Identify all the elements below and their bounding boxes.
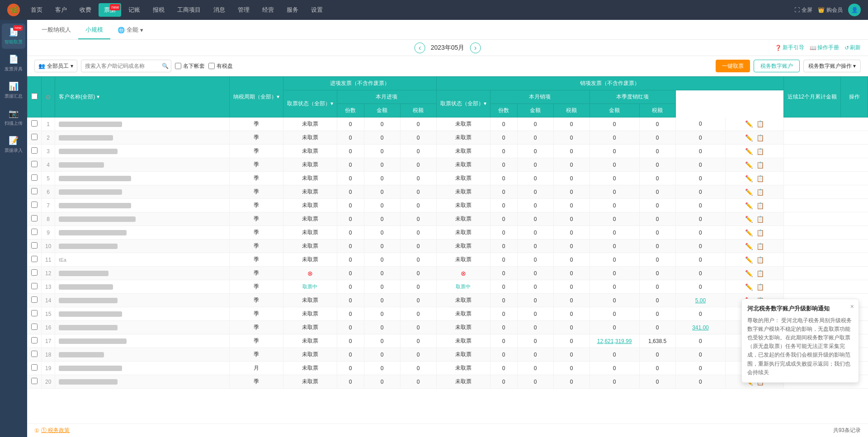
edit-btn[interactable]: ✏️: [745, 243, 753, 250]
own-account-checkbox[interactable]: [175, 63, 181, 69]
copy-btn[interactable]: 📋: [756, 216, 764, 223]
digital-operations-btn[interactable]: 税务数字账户操作 ▾: [803, 60, 861, 72]
edit-btn[interactable]: ✏️: [745, 256, 753, 263]
search-input[interactable]: [81, 60, 171, 72]
nav-settings[interactable]: 设置: [306, 3, 328, 17]
nav-fee[interactable]: 收费: [74, 3, 97, 17]
sidebar-item-scan[interactable]: 📷 扫描上传: [2, 105, 25, 130]
sidebar-item-smart-invoice[interactable]: 🧾 智能取票 new: [2, 23, 25, 49]
tab-small[interactable]: 小规模: [78, 21, 110, 39]
row-checkbox[interactable]: [31, 269, 38, 276]
nav-invoice[interactable]: 票据 new: [99, 3, 121, 17]
nav-customer[interactable]: 客户: [50, 3, 72, 17]
td-select[interactable]: [28, 117, 42, 131]
edit-btn[interactable]: ✏️: [745, 134, 753, 141]
row-checkbox[interactable]: [31, 134, 38, 140]
td-select[interactable]: [28, 307, 42, 321]
td-select[interactable]: [28, 280, 42, 294]
refresh-btn[interactable]: ↺ 刷新: [844, 44, 861, 52]
checkbox-own-account[interactable]: 名下帐套: [175, 62, 205, 70]
copy-btn[interactable]: 📋: [756, 120, 764, 127]
row-checkbox[interactable]: [31, 229, 38, 235]
tab-general[interactable]: 一般纳税人: [34, 21, 78, 39]
td-select[interactable]: [28, 185, 42, 199]
prev-month-btn[interactable]: ‹: [415, 42, 425, 53]
td-select[interactable]: [28, 294, 42, 307]
th-inp-status[interactable]: 取票状态（全部）▾: [283, 90, 337, 117]
row-checkbox[interactable]: [31, 215, 38, 221]
nav-management[interactable]: 经营: [257, 3, 279, 17]
avatar[interactable]: 👤: [848, 4, 861, 16]
nav-tax[interactable]: 报税: [147, 3, 170, 17]
row-checkbox[interactable]: [31, 242, 38, 249]
row-checkbox[interactable]: [31, 310, 38, 316]
copy-btn[interactable]: 📋: [756, 148, 764, 155]
row-checkbox[interactable]: [31, 174, 38, 181]
tax-disk-checkbox[interactable]: [208, 63, 215, 69]
td-select[interactable]: [28, 375, 42, 389]
copy-btn[interactable]: 📋: [756, 256, 764, 263]
td-select[interactable]: [28, 253, 42, 267]
nav-business[interactable]: 工商项目: [172, 3, 206, 17]
td-select[interactable]: [28, 199, 42, 212]
cumulative-value[interactable]: 341.00: [692, 324, 709, 331]
copy-btn[interactable]: 📋: [756, 134, 764, 141]
row-checkbox[interactable]: [31, 378, 38, 384]
nav-admin[interactable]: 管理: [232, 3, 255, 17]
td-select[interactable]: [28, 334, 42, 348]
row-checkbox[interactable]: [31, 202, 38, 208]
tab-all[interactable]: 🌐 全能 ▾: [110, 21, 151, 39]
policy-link[interactable]: ① 税务政策: [41, 427, 70, 434]
td-select[interactable]: [28, 348, 42, 362]
td-select[interactable]: [28, 362, 42, 375]
edit-btn[interactable]: ✏️: [745, 229, 753, 236]
td-select[interactable]: [28, 131, 42, 145]
td-select[interactable]: [28, 145, 42, 158]
nav-service[interactable]: 服务: [281, 3, 304, 17]
edit-btn[interactable]: ✏️: [745, 202, 753, 209]
row-checkbox[interactable]: [31, 324, 38, 330]
nav-messages[interactable]: 消息: [208, 3, 231, 17]
copy-btn[interactable]: 📋: [756, 270, 764, 277]
edit-btn[interactable]: ✏️: [745, 188, 753, 196]
search-icon[interactable]: 🔍: [162, 63, 169, 69]
copy-btn[interactable]: 📋: [756, 229, 764, 236]
td-select[interactable]: [28, 158, 42, 172]
nav-accounting[interactable]: 记账: [123, 3, 146, 17]
edit-btn[interactable]: ✏️: [745, 148, 753, 155]
row-checkbox[interactable]: [31, 351, 38, 357]
th-period[interactable]: 纳税周期（全部）▾: [229, 77, 283, 117]
td-select[interactable]: [28, 267, 42, 280]
th-out-status[interactable]: 取票状态（全部）▾: [436, 90, 490, 117]
edit-btn[interactable]: ✏️: [745, 120, 753, 127]
new-guide-btn[interactable]: ❓ 新手引导: [775, 44, 804, 52]
one-click-fetch-btn[interactable]: 一键取票: [716, 60, 750, 72]
digital-account-btn[interactable]: 税务数字账户: [754, 60, 800, 72]
th-client-name[interactable]: 客户名称(全部) ▾: [55, 77, 229, 117]
select-all-checkbox[interactable]: [31, 93, 38, 99]
checkbox-has-tax-disk[interactable]: 有税盘: [208, 62, 233, 70]
next-month-btn[interactable]: ›: [470, 42, 481, 53]
row-checkbox[interactable]: [31, 120, 38, 127]
copy-btn[interactable]: 📋: [756, 161, 764, 169]
row-checkbox[interactable]: [31, 188, 38, 194]
row-checkbox[interactable]: [31, 296, 38, 303]
sidebar-item-entry[interactable]: 📝 票据录入: [2, 132, 25, 157]
row-checkbox[interactable]: [31, 337, 38, 343]
manual-btn[interactable]: 📖 操作手册: [810, 44, 839, 52]
td-select[interactable]: [28, 172, 42, 185]
nav-home[interactable]: 首页: [25, 3, 48, 17]
settings-icon[interactable]: ⚙: [45, 94, 51, 101]
row-checkbox[interactable]: [31, 161, 38, 167]
notification-close-btn[interactable]: ×: [850, 303, 854, 310]
td-select[interactable]: [28, 240, 42, 253]
row-checkbox[interactable]: [31, 364, 38, 371]
sidebar-item-open-invoice[interactable]: 📄 发票开具: [2, 51, 25, 76]
td-select[interactable]: [28, 212, 42, 226]
copy-btn[interactable]: 📋: [756, 188, 764, 196]
edit-btn[interactable]: ✏️: [745, 270, 753, 277]
copy-btn[interactable]: 📋: [756, 202, 764, 209]
edit-btn[interactable]: ✏️: [745, 175, 753, 182]
member-btn[interactable]: 👑 购会员: [818, 6, 843, 14]
copy-btn[interactable]: 📋: [756, 175, 764, 182]
